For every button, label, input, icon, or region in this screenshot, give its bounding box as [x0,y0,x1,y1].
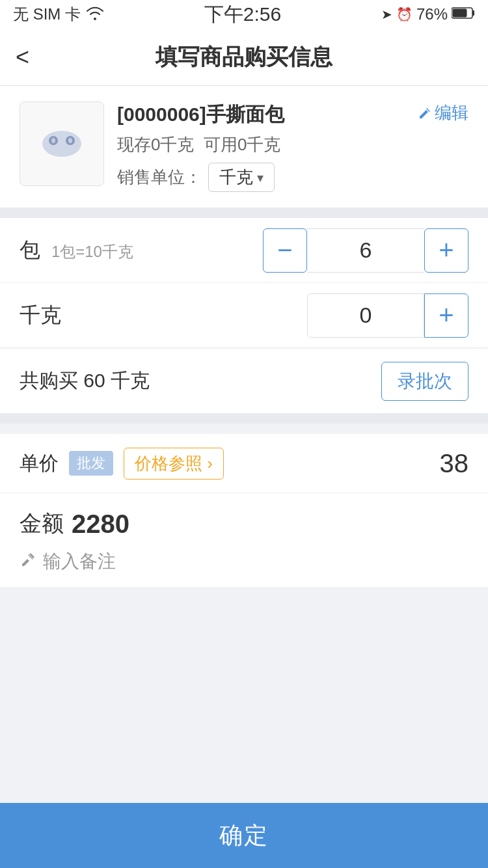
back-button[interactable]: < [16,44,29,71]
svg-point-7 [68,138,72,143]
unit-label: 销售单位： [117,166,202,189]
package-label: 包 1包=10千克 [20,236,263,265]
svg-point-6 [51,138,55,143]
svg-rect-1 [472,10,474,16]
package-sublabel: 1包=10千克 [51,243,133,260]
no-sim-text: 无 SIM 卡 [13,4,81,25]
package-row: 包 1包=10千克 − + [0,218,488,283]
pencil-icon [20,551,36,573]
remark-row[interactable]: 输入备注 [20,549,468,574]
product-unit-row: 销售单位： 千克 ▾ [117,163,468,192]
price-badge: 批发 [69,451,113,476]
remark-label: 输入备注 [43,549,116,574]
price-section: 单价 批发 价格参照 › 38 金额 2280 输入备注 [0,434,488,587]
edit-label: 编辑 [435,102,468,124]
svg-point-3 [42,131,81,157]
amount-section: 金额 2280 输入备注 [0,493,488,587]
edit-button[interactable]: 编辑 [418,102,468,124]
alarm-icon: ⏰ [396,7,413,22]
page-title: 填写商品购买信息 [156,42,332,72]
unit-value: 千克 [219,166,253,189]
wifi-icon [86,5,104,25]
status-bar: 无 SIM 卡 下午2:56 ➤ ⏰ 76% [0,0,488,29]
divider-1 [0,208,488,218]
amount-value: 2280 [72,509,129,539]
dropdown-icon: ▾ [257,170,264,185]
package-increment-btn[interactable]: + [424,228,468,273]
price-ref-button[interactable]: 价格参照 › [124,448,224,480]
product-card: [0000006]手撕面包 编辑 现存0千克 可用0千克 销售单位： 千克 ▾ [0,86,488,208]
input-section: 包 1包=10千克 − + 千克 + 共购买 60 千克 录批次 [0,218,488,413]
kilogram-label: 千克 [20,301,307,330]
svg-rect-2 [452,9,467,18]
product-stock: 现存0千克 可用0千克 [117,133,468,156]
price-label: 单价 [20,450,59,477]
total-text: 共购买 60 千克 [20,368,150,394]
status-left: 无 SIM 卡 [13,4,104,25]
price-value: 38 [440,449,469,478]
price-row: 单价 批发 价格参照 › 38 [0,434,488,493]
divider-2 [0,413,488,424]
package-decrement-btn[interactable]: − [263,228,307,273]
total-row: 共购买 60 千克 录批次 [0,348,488,413]
package-stepper: − + [263,228,468,273]
nav-bar: < 填写商品购买信息 [0,29,488,86]
battery-icon [452,5,475,23]
battery-text: 76% [416,5,448,23]
product-image [20,102,104,186]
confirm-button[interactable]: 确定 [0,803,488,868]
unit-select[interactable]: 千克 ▾ [208,163,275,192]
kilogram-input[interactable] [307,293,424,338]
batch-button[interactable]: 录批次 [381,362,468,401]
product-info: [0000006]手撕面包 编辑 现存0千克 可用0千克 销售单位： 千克 ▾ [117,102,468,192]
empty-area [0,587,488,795]
package-input[interactable] [307,228,424,273]
status-time: 下午2:56 [204,1,281,28]
kilogram-increment-btn[interactable]: + [424,293,468,338]
status-right: ➤ ⏰ 76% [381,5,475,23]
amount-label: 金额 [20,509,64,539]
product-name: [0000006]手撕面包 [117,102,284,128]
location-icon: ➤ [381,7,392,22]
kilogram-stepper: + [307,293,468,338]
kilogram-row: 千克 + [0,283,488,348]
amount-row: 金额 2280 [20,509,468,539]
